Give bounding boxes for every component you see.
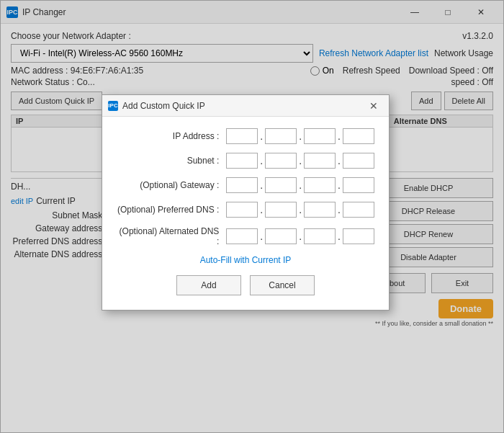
alt-dns-octet-2[interactable] [265, 228, 297, 244]
dialog-title-text: Add Custom Quick IP [122, 101, 364, 111]
subnet-octet-2[interactable] [265, 153, 297, 169]
ip-address-row: IP Address : . . . [117, 128, 374, 144]
preferred-dns-dialog-row: (Optional) Preferred DNS : . . . [117, 202, 374, 218]
dialog-app-icon: IPC [108, 101, 118, 111]
alternated-dns-row: (Optional) Alternated DNS : . . . [117, 226, 374, 246]
preferred-dns-dialog-label: (Optional) Preferred DNS : [117, 205, 226, 215]
gateway-row: (Optional) Gateway : . . . [117, 177, 374, 193]
subnet-octet-3[interactable] [304, 153, 336, 169]
ip-address-octet-4[interactable] [343, 128, 374, 144]
subnet-octet-1[interactable] [226, 153, 258, 169]
pref-dns-octet-4[interactable] [343, 202, 374, 218]
ip-address-octet-3[interactable] [304, 128, 336, 144]
pref-dns-octet-1[interactable] [226, 202, 258, 218]
ip-address-octet-1[interactable] [226, 128, 258, 144]
alt-dns-octet-3[interactable] [304, 228, 336, 244]
dialog-close-button[interactable]: ✕ [364, 97, 383, 115]
gateway-label: (Optional) Gateway : [117, 180, 226, 190]
pref-dns-octet-2[interactable] [265, 202, 297, 218]
gateway-inputs: . . . [226, 177, 374, 193]
subnet-row: Subnet : . . . [117, 153, 374, 169]
pref-dns-octet-3[interactable] [304, 202, 336, 218]
dialog-add-button[interactable]: Add [176, 275, 241, 295]
subnet-label: Subnet : [117, 156, 226, 166]
autofill-row: Auto-Fill with Current IP [117, 255, 374, 265]
add-custom-quick-ip-dialog: IPC Add Custom Quick IP ✕ IP Address : .… [102, 94, 390, 311]
subnet-octet-4[interactable] [343, 153, 374, 169]
ip-address-octet-2[interactable] [265, 128, 297, 144]
dialog-body: IP Address : . . . Subnet : . [102, 117, 389, 310]
dialog-buttons: Add Cancel [117, 275, 374, 298]
gateway-octet-2[interactable] [265, 177, 297, 193]
alt-dns-octet-4[interactable] [343, 228, 374, 244]
gateway-octet-4[interactable] [343, 177, 374, 193]
subnet-inputs: . . . [226, 153, 374, 169]
ip-address-inputs: . . . [226, 128, 374, 144]
main-window: IPC IP Changer — □ ✕ Choose your Network… [0, 0, 504, 433]
dialog-cancel-button[interactable]: Cancel [250, 275, 315, 295]
ip-address-label: IP Address : [117, 131, 226, 141]
alt-dns-octet-1[interactable] [226, 228, 258, 244]
dialog-title-bar: IPC Add Custom Quick IP ✕ [102, 95, 389, 117]
alternated-dns-label: (Optional) Alternated DNS : [117, 226, 226, 246]
alternated-dns-inputs: . . . [226, 228, 374, 244]
gateway-octet-3[interactable] [304, 177, 336, 193]
preferred-dns-inputs: . . . [226, 202, 374, 218]
autofill-link[interactable]: Auto-Fill with Current IP [200, 255, 292, 265]
gateway-octet-1[interactable] [226, 177, 258, 193]
